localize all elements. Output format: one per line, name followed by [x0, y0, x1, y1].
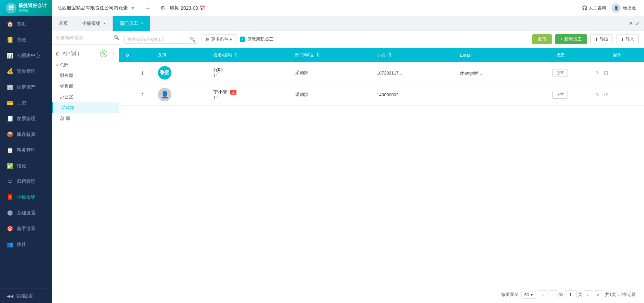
asset-icon: 🏢	[7, 84, 13, 90]
prev-page-button[interactable]: ‹	[549, 290, 557, 299]
next-page-button[interactable]: ›	[584, 290, 592, 299]
export-button[interactable]: ⬆ 导出	[590, 34, 613, 44]
sidebar-label-settings: 基础设置	[17, 210, 36, 216]
logo-icon: 好	[6, 3, 16, 13]
per-page-select[interactable]: 50 ▾	[521, 291, 536, 299]
emp-code: 12	[213, 95, 284, 100]
dept-caigou-label: 采购部	[61, 105, 74, 110]
sidebar-item-tax[interactable]: 📋 税务管理	[0, 142, 52, 158]
fund-icon: 💰	[7, 68, 13, 74]
col-settings[interactable]: ⚙	[119, 48, 136, 62]
sidebar-item-archive[interactable]: 🗂 归档管理	[0, 174, 52, 189]
dept-parent-zongbu[interactable]: ▾ 总部	[52, 60, 119, 70]
tab-department-close[interactable]: ×	[141, 21, 143, 26]
all-dept-row[interactable]: ⊞ 全部部门 ✎ 《	[52, 47, 119, 60]
dept-collapse-icon[interactable]: 《	[111, 51, 115, 57]
report-icon: 📊	[7, 52, 13, 59]
archive-icon: 🗂	[7, 179, 13, 185]
emp-search-icon[interactable]: 🔍	[190, 37, 195, 42]
dept-bangong-label: 办公室	[60, 94, 73, 99]
edit-icon[interactable]: ✎	[595, 70, 600, 76]
action-icons: ✎ ⊡	[595, 70, 639, 76]
partner-icon: 👥	[7, 241, 13, 248]
settings-side-icon: ⚙️	[7, 210, 13, 216]
tab-xiaochang-close[interactable]: ×	[103, 21, 106, 26]
col-email: Email	[454, 48, 530, 62]
dept-search-icon[interactable]: 🔍	[114, 35, 119, 40]
row2-settings	[119, 84, 136, 106]
tab-xiaochang[interactable]: 小畅报销 ×	[75, 16, 113, 31]
dept-bangong[interactable]: 办公室	[52, 92, 119, 102]
show-resigned-label: 显示离职员工	[247, 36, 273, 42]
dept-xiaoshou[interactable]: 销售部	[52, 81, 119, 92]
sidebar-item-xiaochang[interactable]: 🧧 小畅报销	[0, 189, 52, 205]
show-resigned-toggle[interactable]: ✓ 显示离职员工	[240, 36, 273, 42]
row1-name-code: 张熙 11	[208, 62, 290, 84]
content-area: 首页 小畅报销 × 部门员工 × ✕ ⤢ 🔍	[52, 16, 644, 303]
dept-edit-icon[interactable]: ✎	[100, 50, 107, 57]
col-phone[interactable]: 手机 ⇅	[371, 48, 454, 62]
sidebar-item-inventory[interactable]: 📦 库存核算	[0, 127, 52, 142]
tab-bar: 首页 小畅报销 × 部门员工 × ✕ ⤢	[52, 16, 644, 31]
dept-zongbu-sub-label: 总 部	[60, 116, 70, 121]
user-area[interactable]: 👤 畅捷通	[611, 3, 636, 13]
settings-button[interactable]: ⚙	[158, 3, 167, 13]
first-page-button[interactable]: ⊲	[539, 290, 547, 299]
emp-search-wrap: 🔍	[124, 35, 198, 44]
sidebar-label-archive: 归档管理	[17, 179, 36, 185]
consultant-button[interactable]: 🎧 人工咨询	[582, 5, 606, 11]
sidebar-item-home[interactable]: 🏠 首页	[0, 16, 52, 32]
edit-icon[interactable]: ✎	[595, 92, 600, 98]
period-value: 2023-03	[181, 5, 198, 11]
xiaochang-icon: 🧧	[7, 194, 13, 200]
col-name[interactable]: 姓名/编码 ⇅	[208, 48, 290, 62]
sidebar-item-report[interactable]: 📊 云报表中心	[0, 48, 52, 63]
dept-caigou[interactable]: 采购部	[52, 102, 119, 113]
pin-icon: ◀◀	[7, 294, 13, 299]
current-page-input[interactable]	[565, 290, 577, 299]
dept-search-input[interactable]	[56, 35, 112, 40]
sidebar-item-partner[interactable]: 👥 伙伴	[0, 237, 52, 252]
row2-phone: 140000002...	[371, 84, 454, 106]
row2-index: 2	[136, 84, 153, 106]
tab-close-window-button[interactable]: ✕	[629, 20, 633, 27]
last-page-button[interactable]: ⊳	[594, 290, 602, 299]
pin-label: 取消固定	[15, 293, 33, 299]
tab-home[interactable]: 首页	[52, 16, 75, 31]
sidebar-label-invoice: 发票管理	[17, 116, 36, 122]
page-label: 第	[559, 292, 563, 298]
filter-icon: ⊟	[206, 37, 210, 42]
invite-button[interactable]: 邀请	[532, 34, 552, 44]
sidebar-item-salary[interactable]: 💳 工资	[0, 95, 52, 111]
emp-search-input[interactable]	[127, 37, 188, 42]
sidebar-item-ledger[interactable]: 📒 总账	[0, 32, 52, 48]
add-employee-button[interactable]: + 新增员工	[555, 34, 587, 44]
sidebar-item-invoice[interactable]: 🧾 发票管理	[0, 111, 52, 127]
emp-code: 11	[213, 73, 284, 78]
import-button[interactable]: ⬇ 导入	[616, 34, 639, 44]
pin-button[interactable]: ◀◀ 取消固定	[0, 289, 52, 303]
tab-department[interactable]: 部门员工 ×	[113, 16, 150, 31]
col-dept[interactable]: 部门/职位 ⇅	[290, 48, 372, 62]
calendar-icon[interactable]: 📅	[199, 5, 205, 11]
company-selector[interactable]: 江西服宝精品有限责任公司内账张 ▼	[52, 5, 141, 11]
headset-icon: 🎧	[582, 5, 587, 10]
sidebar-item-guide[interactable]: 🎯 新手引导	[0, 221, 52, 237]
row1-avatar: 张熙	[153, 62, 208, 84]
avatar: 👤	[158, 88, 171, 101]
filter-button[interactable]: ⊟ 更多条件 ▾	[202, 34, 236, 44]
sidebar-item-fund[interactable]: 💰 资金管理	[0, 63, 52, 79]
logout-icon[interactable]: ⊡	[604, 70, 608, 76]
employee-table: ⚙ 头像 姓名/编码 ⇅ 部门/职位 ⇅ 手机 ⇅ Email 状态 操作	[119, 48, 644, 286]
reset-icon[interactable]: ↺	[604, 92, 608, 98]
guide-icon: 🎯	[7, 225, 13, 232]
sidebar-item-close[interactable]: ✅ 结账	[0, 158, 52, 174]
action-icons: ✎ ↺	[595, 92, 639, 98]
sidebar-item-settings[interactable]: ⚙️ 基础设置	[0, 205, 52, 221]
import-label: 导入	[626, 36, 634, 42]
add-button[interactable]: ＋	[143, 3, 153, 13]
dept-zongbu-sub[interactable]: 总 部	[52, 113, 119, 124]
sidebar-item-asset[interactable]: 🏢 固定资产	[0, 79, 52, 95]
tab-maximize-button[interactable]: ⤢	[636, 20, 640, 27]
dept-caiwu[interactable]: 财务部	[52, 70, 119, 81]
